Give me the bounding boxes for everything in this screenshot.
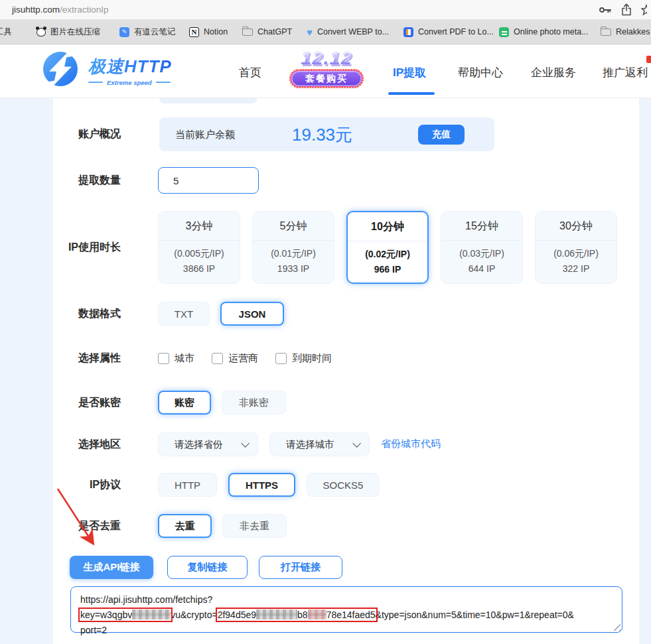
- protocol-socks5-chip[interactable]: SOCKS5: [307, 473, 380, 497]
- copy-link-button[interactable]: 复制链接: [167, 556, 248, 579]
- generate-api-link-button[interactable]: 生成API链接: [70, 556, 153, 579]
- open-link-button[interactable]: 打开链接: [259, 556, 342, 579]
- duration-card-15min[interactable]: 15分钟 (0.03元/IP) 644 IP: [441, 211, 523, 284]
- nav-ip-extract[interactable]: IP提取: [393, 65, 426, 80]
- lightning-logo-icon: [41, 50, 80, 91]
- checkbox-label: 城市: [175, 352, 194, 365]
- attribute-expiry-checkbox[interactable]: 到期时间: [275, 352, 332, 365]
- panda-icon: [36, 28, 46, 36]
- protocol-http-chip[interactable]: HTTP: [158, 473, 217, 497]
- recharge-button[interactable]: 充值: [418, 125, 465, 145]
- balance-label: 当前账户余额: [175, 129, 235, 141]
- attribute-city-checkbox[interactable]: 城市: [158, 352, 194, 365]
- format-txt-chip[interactable]: TXT: [158, 302, 210, 326]
- bookmark-convert-webp[interactable]: ♥Convert WEBP to...: [307, 20, 389, 44]
- bookmarks-bar: 加密工具 图片在线压缩 ✎有道云笔记 NNotion ChatGPT ♥Conv…: [0, 20, 651, 44]
- nav-help-center[interactable]: 帮助中心: [458, 65, 503, 80]
- dedupe-no-chip[interactable]: 非去重: [222, 514, 287, 538]
- duration-options: 3分钟 (0.005元/IP) 3866 IP 5分钟 (0.01元/IP) 1…: [158, 211, 617, 284]
- key-annotation-box: key=w3qgbv: [80, 610, 171, 620]
- bookmark-youdao-note[interactable]: ✎有道云笔记: [119, 20, 176, 44]
- province-city-code-link[interactable]: 省份城市代码: [381, 438, 441, 450]
- duration-card-30min[interactable]: 30分钟 (0.06元/IP) 322 IP: [535, 211, 617, 284]
- clipped-toolbar-icon[interactable]: [641, 4, 647, 19]
- protocol-https-chip-selected[interactable]: HTTPS: [228, 473, 295, 497]
- promo-pill-label: 套餐购买: [305, 73, 348, 85]
- dedupe-yes-chip-selected[interactable]: 去重: [158, 514, 212, 538]
- bookmark-convert-pdf[interactable]: Convert PDF to Lo...: [403, 20, 494, 44]
- promo-banner[interactable]: 12.12 套餐购买: [287, 48, 366, 94]
- province-placeholder: 请选择省份: [175, 438, 223, 451]
- api-url-line1: https://api.jisuhttp.com/fetchips?: [80, 594, 212, 605]
- bookmark-photo-meta[interactable]: Online photo meta...: [499, 20, 589, 44]
- nav-referral[interactable]: 推广返利: [603, 65, 648, 80]
- bookmark-image-compress[interactable]: 图片在线压缩: [36, 20, 100, 44]
- bookmark-label: Convert PDF to Lo...: [418, 27, 494, 36]
- nav-active-underline: [388, 92, 435, 95]
- promo-1212: 12.12: [287, 48, 366, 68]
- auth-no-chip[interactable]: 非账密: [222, 391, 286, 415]
- duration-price: (0.03元/IP): [441, 248, 522, 260]
- url-text[interactable]: jisuhttp.com/extractionIp: [12, 5, 109, 15]
- chevron-down-icon: [352, 439, 361, 448]
- checkbox-icon: [275, 353, 287, 364]
- duration-title: 5分钟: [253, 220, 334, 233]
- api-url-crypto2: b8: [297, 610, 308, 620]
- attribute-isp-checkbox[interactable]: 运营商: [212, 352, 258, 365]
- logo-title: 极速HTTP: [88, 55, 172, 78]
- duration-count: 3866 IP: [159, 263, 240, 274]
- duration-count: 644 IP: [441, 263, 522, 274]
- duration-card-5min[interactable]: 5分钟 (0.01元/IP) 1933 IP: [252, 211, 334, 284]
- duration-label: IP使用时长: [53, 241, 121, 255]
- auth-options: 账密 非账密: [158, 391, 286, 415]
- page: jisuhttp.com/extractionIp 加密工具 图片在线压缩 ✎有…: [0, 0, 651, 644]
- checkbox-icon: [212, 353, 223, 364]
- site-logo[interactable]: 极速HTTP Extreme speed: [41, 50, 172, 91]
- account-overview-label: 账户概况: [53, 127, 121, 141]
- resize-handle[interactable]: [613, 623, 620, 631]
- bookmark-chatgpt-folder[interactable]: ChatGPT: [242, 20, 292, 44]
- format-label: 数据格式: [53, 307, 121, 321]
- duration-card-3min[interactable]: 3分钟 (0.005元/IP) 3866 IP: [158, 211, 240, 284]
- promo-pill: 套餐购买: [289, 69, 364, 88]
- region-label: 选择地区: [53, 438, 121, 452]
- checkbox-label: 到期时间: [292, 352, 332, 365]
- city-select[interactable]: 请选择城市: [269, 432, 370, 456]
- bookmark-label: ChatGPT: [257, 27, 292, 36]
- duration-title: 30分钟: [536, 220, 616, 233]
- duration-title: 10分钟: [348, 220, 427, 234]
- share-icon[interactable]: [621, 3, 632, 19]
- bookmark-label: Online photo meta...: [514, 27, 589, 36]
- auth-yes-chip-selected[interactable]: 账密: [158, 391, 211, 415]
- api-url-crypto1: 2f94d5e9: [218, 610, 256, 620]
- browser-url-bar[interactable]: jisuhttp.com/extractionIp: [0, 0, 651, 20]
- bookmark-notion[interactable]: NNotion: [189, 20, 228, 44]
- password-key-icon[interactable]: [599, 4, 612, 19]
- protocol-label: IP协议: [53, 478, 121, 492]
- auth-label: 是否账密: [53, 396, 121, 410]
- bookmark-encrypt-tool[interactable]: 加密工具: [0, 20, 12, 44]
- bookmark-label: Relakkes: [616, 27, 650, 36]
- duration-price: (0.02元/IP): [348, 249, 427, 261]
- site-header: 极速HTTP Extreme speed 首页 12.12 套餐购买 IP提取 …: [0, 44, 651, 98]
- bookmark-label: Convert WEBP to...: [317, 27, 389, 36]
- api-url-textarea[interactable]: https://api.jisuhttp.com/fetchips? key=w…: [70, 586, 622, 633]
- checkbox-label: 运营商: [228, 352, 258, 365]
- api-url-key: key=w3qgbv: [80, 610, 132, 620]
- url-path: /extractionIp: [60, 5, 109, 15]
- duration-count: 322 IP: [536, 263, 616, 274]
- protocol-options: HTTP HTTPS SOCKS5: [158, 473, 380, 497]
- quantity-input[interactable]: [158, 167, 259, 194]
- duration-title: 15分钟: [441, 220, 522, 233]
- nav-enterprise[interactable]: 企业服务: [531, 65, 576, 80]
- youdao-pen-icon: ✎: [119, 27, 129, 37]
- city-placeholder: 请选择城市: [286, 438, 334, 451]
- duration-card-10min-selected[interactable]: 10分钟 (0.02元/IP) 966 IP: [346, 211, 429, 284]
- region-selects: 请选择省份 请选择城市: [158, 432, 370, 456]
- province-select[interactable]: 请选择省份: [158, 432, 258, 456]
- bookmark-label: 有道云笔记: [134, 27, 176, 38]
- attributes-label: 选择属性: [53, 352, 121, 365]
- bookmark-relakkes-folder[interactable]: Relakkes: [601, 20, 650, 44]
- format-json-chip-selected[interactable]: JSON: [220, 302, 284, 326]
- nav-home[interactable]: 首页: [239, 65, 261, 80]
